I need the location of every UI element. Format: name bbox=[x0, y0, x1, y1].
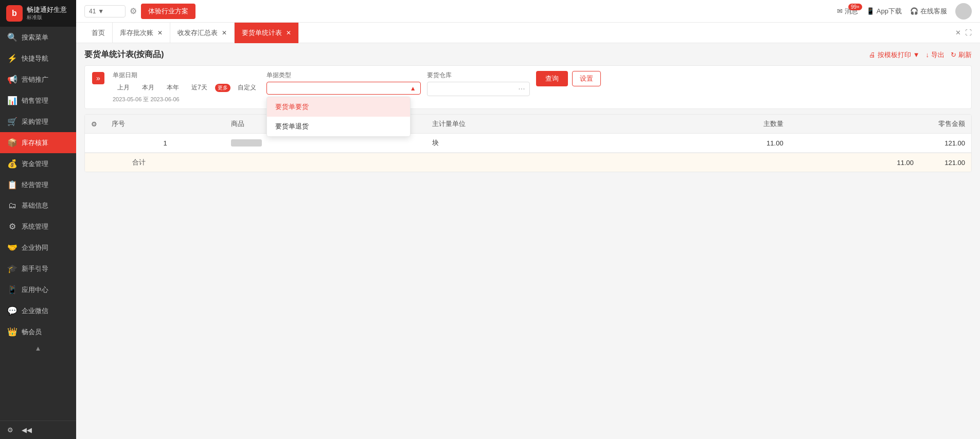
export-label: 导出 bbox=[931, 50, 945, 60]
filter-warehouse-input[interactable] bbox=[432, 85, 519, 93]
logo-title: 畅捷通好生意 bbox=[27, 6, 67, 14]
app-download-link[interactable]: 📱 App下载 bbox=[866, 7, 902, 16]
th-unit: 主计量单位 bbox=[426, 115, 639, 134]
filter-warehouse-group: 要货仓库 ··· bbox=[427, 71, 530, 96]
date-more-badge[interactable]: 更多 bbox=[215, 84, 230, 92]
tab-close-all-icon[interactable]: ✕ bbox=[955, 29, 961, 36]
sidebar-item-basic[interactable]: 🗂基础信息 bbox=[0, 195, 76, 216]
sidebar-item-guide[interactable]: 🎓新手引导 bbox=[0, 258, 76, 279]
dropdown-item-0[interactable]: 要货单要货 bbox=[267, 97, 410, 117]
filter-toggle-button[interactable]: » bbox=[92, 72, 104, 84]
print-action[interactable]: 🖨 按模板打印 ▼ bbox=[869, 50, 920, 60]
messages-badge[interactable]: ✉ 消息 99+ bbox=[837, 7, 858, 16]
page-title: 要货单统计表(按商品) bbox=[84, 49, 164, 60]
sidebar-item-quick-nav[interactable]: ⚡快捷导航 bbox=[0, 48, 76, 69]
sidebar-item-members[interactable]: 👑畅会员 bbox=[0, 321, 76, 342]
print-arrow-icon: ▼ bbox=[913, 51, 920, 59]
footer-amount: 121.00 bbox=[914, 159, 965, 167]
sidebar-label-sales: 销售管理 bbox=[22, 96, 48, 105]
online-service-link[interactable]: 🎧 在线客服 bbox=[910, 7, 947, 16]
data-table-wrap: ⚙ 序号 商品 主计量单位 主数量 零售金额 1 块 11.00 121.00 bbox=[84, 114, 972, 172]
sidebar-bottom: ⚙ ◀◀ bbox=[0, 420, 76, 439]
date-option-this-month[interactable]: 本月 bbox=[137, 82, 159, 94]
table-head-row: ⚙ 序号 商品 主计量单位 主数量 零售金额 bbox=[85, 115, 971, 134]
logo-icon: b bbox=[6, 5, 23, 22]
filter-date-group: 单据日期 上月 本月 本年 近7天 更多 自定义 2023-05-06 至 20… bbox=[113, 71, 260, 103]
sidebar-item-app-center[interactable]: 📱应用中心 bbox=[0, 279, 76, 300]
filter-type-select-box[interactable]: ▲ bbox=[266, 82, 421, 95]
date-option-custom[interactable]: 自定义 bbox=[234, 82, 260, 93]
online-service-label: 在线客服 bbox=[920, 7, 947, 16]
tabs-bar: 首页 库存批次账 ✕ 收发存汇总表 ✕ 要货单统计表 ✕ ✕ ⛶ bbox=[76, 23, 980, 43]
sidebar-item-operations[interactable]: 📋经营管理 bbox=[0, 174, 76, 195]
sidebar-icon-guide: 🎓 bbox=[7, 264, 17, 273]
filter-warehouse-dots-icon[interactable]: ··· bbox=[518, 84, 525, 94]
tab-home-label: 首页 bbox=[92, 28, 105, 38]
settings-button[interactable]: 设置 bbox=[572, 71, 601, 86]
sidebar-item-wechat[interactable]: 💬企业微信 bbox=[0, 300, 76, 321]
logo-sub: 标准版 bbox=[27, 14, 67, 21]
th-settings[interactable]: ⚙ bbox=[85, 115, 105, 134]
filter-type-group: 单据类型 ▲ 要货单要货 要货单退货 bbox=[266, 71, 421, 95]
sidebar-items-list: 🔍搜索菜单⚡快捷导航📢营销推广📊销售管理🛒采购管理📦库存核算💰资金管理📋经营管理… bbox=[0, 27, 76, 342]
query-button[interactable]: 查询 bbox=[536, 71, 568, 86]
tab-receive-summary-close[interactable]: ✕ bbox=[222, 29, 227, 36]
cell-no-0: 1 bbox=[105, 134, 225, 153]
sidebar-item-enterprise[interactable]: 🤝企业协同 bbox=[0, 237, 76, 258]
sidebar-collapse-icon[interactable]: ◀◀ bbox=[22, 426, 32, 434]
sidebar-item-marketing[interactable]: 📢营销推广 bbox=[0, 69, 76, 90]
filter-warehouse-box[interactable]: ··· bbox=[427, 82, 530, 96]
filter-row: 单据日期 上月 本月 本年 近7天 更多 自定义 2023-05-06 至 20… bbox=[113, 71, 964, 103]
avatar[interactable] bbox=[955, 3, 972, 20]
sidebar-label-enterprise: 企业协同 bbox=[22, 243, 48, 252]
sidebar-item-search[interactable]: 🔍搜索菜单 bbox=[0, 27, 76, 48]
sidebar-item-inventory[interactable]: 📦库存核算 bbox=[0, 132, 76, 153]
sidebar-icon-operations: 📋 bbox=[7, 180, 17, 190]
sidebar-icon-system: ⚙ bbox=[7, 222, 17, 231]
sidebar-label-search: 搜索菜单 bbox=[22, 33, 48, 42]
topbar-right: ✉ 消息 99+ 📱 App下载 🎧 在线客服 bbox=[837, 3, 972, 20]
table-head: ⚙ 序号 商品 主计量单位 主数量 零售金额 bbox=[85, 115, 971, 134]
sidebar-scroll-up[interactable]: ▲ bbox=[0, 342, 76, 354]
date-option-7days[interactable]: 近7天 bbox=[187, 82, 212, 94]
print-label: 按模板打印 bbox=[878, 50, 911, 60]
date-option-last-month[interactable]: 上月 bbox=[113, 82, 134, 94]
tab-home[interactable]: 首页 bbox=[84, 23, 113, 43]
sidebar-item-system[interactable]: ⚙系统管理 bbox=[0, 216, 76, 237]
sidebar-icon-purchase: 🛒 bbox=[7, 117, 17, 126]
sidebar-item-purchase[interactable]: 🛒采购管理 bbox=[0, 111, 76, 132]
tab-receive-summary[interactable]: 收发存汇总表 ✕ bbox=[170, 23, 235, 43]
tab-inventory-batch-close[interactable]: ✕ bbox=[157, 29, 163, 36]
page-title-bar: 要货单统计表(按商品) 🖨 按模板打印 ▼ ↓ 导出 ↻ 刷新 bbox=[84, 49, 972, 60]
sidebar-settings-icon[interactable]: ⚙ bbox=[7, 426, 13, 434]
messages-icon: ✉ bbox=[837, 7, 843, 15]
th-amount: 零售金额 bbox=[790, 115, 971, 134]
filter-type-input[interactable] bbox=[271, 84, 410, 92]
company-select[interactable]: 41 ▼ bbox=[84, 5, 126, 17]
main-area: 41 ▼ ⚙ 体验行业方案 ✉ 消息 99+ 📱 App下载 🎧 在线客服 bbox=[76, 0, 980, 439]
company-select-arrow[interactable]: ▼ bbox=[98, 8, 104, 15]
refresh-label: 刷新 bbox=[958, 50, 972, 60]
sidebar-label-basic: 基础信息 bbox=[22, 201, 48, 210]
dropdown-item-1[interactable]: 要货单退货 bbox=[267, 117, 410, 136]
topbar-gear-icon[interactable]: ⚙ bbox=[130, 6, 137, 16]
sidebar-icon-search: 🔍 bbox=[7, 32, 17, 42]
tab-inventory-batch[interactable]: 库存批次账 ✕ bbox=[113, 23, 170, 43]
tab-requisition-stats-close[interactable]: ✕ bbox=[286, 29, 291, 36]
date-range-text: 2023-05-06 至 2023-06-06 bbox=[113, 96, 260, 103]
date-option-this-year[interactable]: 本年 bbox=[162, 82, 184, 94]
sidebar-label-quick-nav: 快捷导航 bbox=[22, 54, 48, 63]
sidebar-item-finance[interactable]: 💰资金管理 bbox=[0, 153, 76, 174]
content-area: 要货单统计表(按商品) 🖨 按模板打印 ▼ ↓ 导出 ↻ 刷新 » bbox=[76, 43, 980, 439]
tab-requisition-stats-label: 要货单统计表 bbox=[242, 28, 282, 38]
refresh-action[interactable]: ↻ 刷新 bbox=[951, 50, 972, 60]
export-action[interactable]: ↓ 导出 bbox=[926, 50, 945, 60]
tab-expand-icon[interactable]: ⛶ bbox=[965, 29, 972, 36]
trial-button[interactable]: 体验行业方案 bbox=[141, 4, 195, 19]
sidebar-item-sales[interactable]: 📊销售管理 bbox=[0, 90, 76, 111]
tab-requisition-stats[interactable]: 要货单统计表 ✕ bbox=[235, 23, 299, 43]
filter-type-arrow-icon[interactable]: ▲ bbox=[410, 85, 416, 92]
sidebar-label-guide: 新手引导 bbox=[22, 264, 48, 273]
filter-type-dropdown: 要货单要货 要货单退货 bbox=[266, 97, 411, 137]
filter-type-label: 单据类型 bbox=[266, 71, 421, 80]
